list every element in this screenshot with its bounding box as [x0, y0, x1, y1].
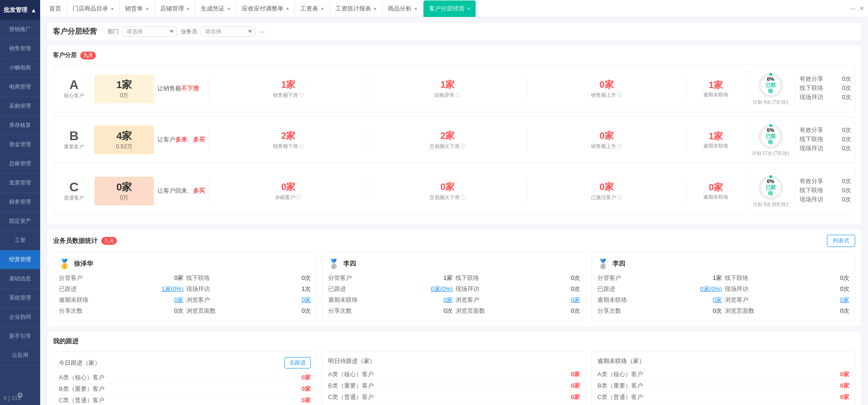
- tab-close-icon[interactable]: ×: [111, 6, 114, 11]
- tier-action-C: 让客户回来、多买: [154, 187, 209, 195]
- tab-商品分析[interactable]: 商品分析×: [382, 0, 423, 17]
- tier-label-C: C普通客户: [53, 181, 94, 201]
- agent-stat-value: 1家: [713, 274, 722, 282]
- agent-stat-row: 分享次数0次: [597, 307, 722, 315]
- follow-tier-row: A类（核心）客户0家: [328, 369, 580, 380]
- tier-label-B: B重要客户: [53, 130, 94, 150]
- tier-action-A: 让销售额不下滑: [154, 84, 209, 93]
- tier-side-stats-A: 有效分享0次线下联络0次现场拜访0次: [795, 73, 855, 104]
- follow-tier-row: A类（核心）客户0家: [597, 369, 849, 380]
- tab-close-icon[interactable]: ×: [286, 6, 289, 11]
- tab-销货单[interactable]: 销货单×: [120, 0, 154, 17]
- agent-stat-value[interactable]: 0家: [713, 296, 722, 304]
- agent-stat-row: 逾期未联络0家: [59, 296, 183, 304]
- tab-工资统计报表[interactable]: 工资统计报表×: [330, 0, 382, 17]
- sidebar-item-新手引导[interactable]: 新手引导: [0, 327, 40, 346]
- agent-stat-label: 线下联络: [725, 274, 748, 282]
- agent-stat-value[interactable]: 0家: [840, 296, 849, 304]
- follow-grid: 今日跟进（家）去跟进A类（核心）客户0家B类（重要）客户0家C类（普通）客户0家…: [53, 351, 855, 405]
- agent-stat-label: 分享次数: [328, 307, 352, 315]
- follow-card-title-0: 今日跟进（家）去跟进: [59, 357, 311, 368]
- sidebar-item-云应用[interactable]: 云应用: [0, 346, 40, 365]
- sidebar-item-营销推广[interactable]: 营销推广: [0, 20, 40, 39]
- sidebar-item-经营管理[interactable]: 经营管理: [0, 250, 40, 269]
- sidebar-item-企业协同[interactable]: 企业协同: [0, 308, 40, 327]
- sidebar-item-资金管理[interactable]: 资金管理: [0, 135, 40, 154]
- sidebar-collapse-icon[interactable]: ▲: [31, 7, 37, 14]
- tier-stat: 0家休眠客户 ⓘ: [209, 179, 368, 203]
- agent-stat-value[interactable]: 0家: [174, 296, 183, 304]
- tab-label: 工资表: [300, 5, 318, 13]
- tab-店铺管理[interactable]: 店铺管理×: [155, 0, 195, 17]
- agent-stats-0: 分管客户0家线下联络0次已跟进1家(0%)现场拜访1次逾期未联络0家浏览客户0家…: [59, 274, 311, 315]
- agent-stat-row: 分管客户1家: [597, 274, 722, 282]
- agent-stat-label: 逾期未联络: [597, 296, 627, 304]
- tab-门店商品目录[interactable]: 门店商品目录×: [67, 0, 120, 17]
- agent-stat-label: 逾期未联络: [59, 296, 89, 304]
- sidebar-item-销售管理[interactable]: 销售管理: [0, 39, 40, 58]
- tab-工资表[interactable]: 工资表×: [295, 0, 329, 17]
- sidebar-item-库存核算[interactable]: 库存核算: [0, 116, 40, 135]
- tab-应收应付调整单[interactable]: 应收应付调整单×: [236, 0, 295, 17]
- agent-stat-value: 0家: [174, 274, 183, 282]
- tab-close-icon[interactable]: ×: [227, 6, 230, 11]
- tier-ring-C: 0% 已联络 计划 0次 (0天/次): [745, 172, 795, 210]
- agent-stat-row: 分享次数0次: [328, 307, 453, 315]
- sidebar-item-基础信息[interactable]: 基础信息: [0, 269, 40, 289]
- sidebar-item-总账管理[interactable]: 总账管理: [0, 154, 40, 174]
- tier-contact-A: 1家逾期未联络: [686, 77, 745, 100]
- tab-生成凭证[interactable]: 生成凭证×: [195, 0, 236, 17]
- tab-label: 客户分层经营: [429, 5, 465, 13]
- sidebar-item-发票管理[interactable]: 发票管理: [0, 174, 40, 193]
- follow-button[interactable]: 去跟进: [284, 357, 311, 368]
- staff-label: 业务员: [181, 28, 197, 36]
- agent-stat-value[interactable]: 0家: [302, 296, 311, 304]
- follow-section: 我的跟进 今日跟进（家）去跟进A类（核心）客户0家B类（重要）客户0家C类（普通…: [47, 332, 861, 405]
- agent-medal-1: 🥈: [328, 258, 340, 269]
- tab-首页[interactable]: 首页: [44, 0, 67, 17]
- agent-card-2: 🥈李四分管客户1家线下联络0次已跟进0家(0%)现场拜访0次逾期未联络0家浏览客…: [591, 252, 855, 321]
- tab-客户分层经营[interactable]: 客户分层经营×: [424, 0, 476, 17]
- more-filter-icon[interactable]: ···: [259, 28, 265, 35]
- agent-name-2: 李四: [612, 260, 625, 268]
- list-view-button[interactable]: 列表式: [827, 235, 855, 247]
- biz-section: 业务员数据统计 九月 列表式 🥇徐泽华分管客户0家线下联络0次已跟进1家(0%)…: [47, 229, 861, 326]
- staff-select[interactable]: 请选择: [201, 26, 256, 37]
- agent-stat-value: 0次: [302, 307, 311, 315]
- tier-contact-B: 1家逾期未联络: [686, 128, 745, 151]
- agent-stat-value[interactable]: 0家: [571, 296, 580, 304]
- agent-stat-value[interactable]: 1家(0%): [162, 285, 183, 293]
- dept-select[interactable]: 请选择: [122, 26, 177, 37]
- follow-tier-row: B类（重要）客户0家: [59, 384, 311, 395]
- agent-stat-row: 线下联络0次: [455, 274, 580, 282]
- tier-side-stats-B: 有效分享0次线下联络0次现场拜访0次: [795, 124, 855, 155]
- tab-close-icon[interactable]: ×: [146, 6, 148, 11]
- agent-stat-row: 分管客户0家: [59, 274, 183, 282]
- window-minimize-icon[interactable]: —: [850, 5, 856, 12]
- window-close-icon[interactable]: ✕: [859, 5, 864, 12]
- sidebar-item-小畅电商[interactable]: 小畅电商: [0, 58, 40, 78]
- tab-close-icon[interactable]: ×: [321, 6, 324, 11]
- follow-title: 我的跟进: [53, 337, 855, 346]
- agent-stat-value[interactable]: 0家: [444, 296, 453, 304]
- tab-close-icon[interactable]: ×: [467, 6, 470, 11]
- sidebar-item-固定资产[interactable]: 固定资产: [0, 212, 40, 231]
- agent-stat-value: 0次: [302, 274, 311, 282]
- sidebar-item-采购管理[interactable]: 采购管理: [0, 97, 40, 116]
- sidebar-item-系统管理[interactable]: 系统管理: [0, 289, 40, 308]
- sidebar-item-税务管理[interactable]: 税务管理: [0, 193, 40, 212]
- tab-label: 店铺管理: [160, 5, 184, 13]
- agent-stat-label: 浏览客户: [725, 296, 748, 304]
- agent-stat-row: 浏览客户0家: [186, 296, 311, 304]
- tab-label: 门店商品目录: [73, 5, 108, 13]
- sidebar-item-工资[interactable]: 工资: [0, 231, 40, 250]
- tier-row-B: B重要客户4家0.53万让客户多来、多买2家销售额下滑 ⓘ2家交易频次下滑 ⓘ0…: [53, 116, 855, 163]
- sidebar-item-电商管理[interactable]: 电商管理: [0, 78, 40, 97]
- agent-stat-value[interactable]: 0家(0%): [700, 285, 722, 293]
- agent-stat-value[interactable]: 0家(0%): [431, 285, 453, 293]
- tab-close-icon[interactable]: ×: [374, 6, 376, 11]
- tab-close-icon[interactable]: ×: [414, 6, 417, 11]
- follow-tier-row: B类（重要）客户0家: [328, 380, 580, 392]
- page-header: 客户分层经营 部门 请选择 业务员 请选择 ···: [47, 23, 861, 40]
- tab-close-icon[interactable]: ×: [187, 6, 189, 11]
